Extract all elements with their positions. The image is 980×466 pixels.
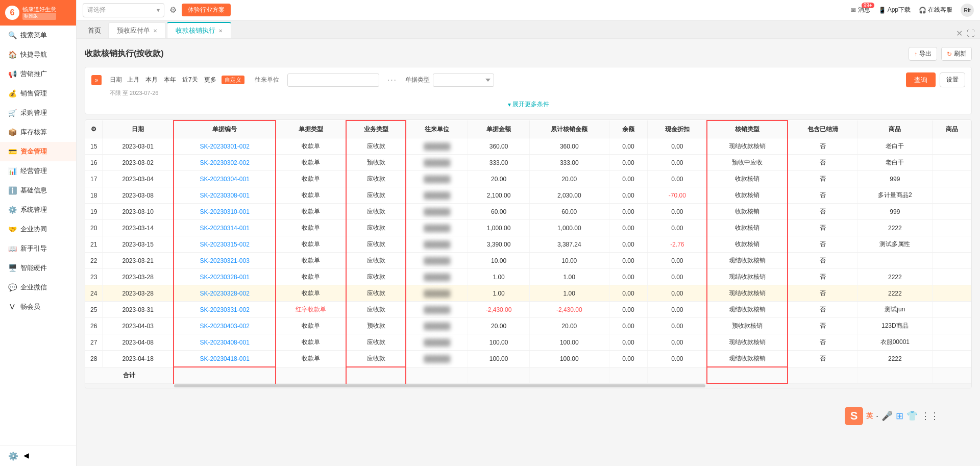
row-verified: -2,430.00 — [529, 302, 609, 318]
col-settings[interactable]: ⚙ — [85, 120, 103, 138]
row-type: 收款单 — [276, 204, 346, 220]
maximize-tab-button[interactable]: ⛶ — [967, 29, 975, 38]
table-scroll-area[interactable]: ⚙ 日期 单据编号 单据类型 业务类型 往来单位 单据金额 累计核销金额 余额 … — [85, 120, 971, 384]
sidebar-item-operations[interactable]: 📊 经营管理 — [0, 161, 76, 181]
solution-button[interactable]: 体验行业方案 — [182, 4, 231, 16]
topbar-select[interactable]: 请选择 ▾ — [83, 3, 164, 17]
sidebar-nav: 🔍 搜索菜单 🏠 快捷导航 📢 营销推广 💰 销售管理 🛒 采购管理 📦 库存核… — [0, 26, 76, 446]
app-download-link[interactable]: 📱 App下载 — [878, 6, 911, 14]
filter-expand-icon[interactable]: » — [91, 75, 102, 85]
hardware-icon: 🖥️ — [8, 264, 16, 272]
horizontal-scrollbar[interactable] — [85, 384, 971, 388]
filter-row: » 日期 上月 本月 本年 近7天 更多 自定义 往来单位 — [91, 72, 965, 87]
table-row: 282023-04-18SK-20230418-001收款单应收款██████1… — [85, 351, 971, 367]
row-type: 收款单 — [276, 138, 346, 155]
date-more[interactable]: 更多 — [202, 75, 218, 85]
service-link[interactable]: 🎧 在线客服 — [919, 6, 952, 14]
dropdown-icon: ▾ — [157, 7, 160, 14]
row-code[interactable]: SK-20230408-001 — [174, 334, 276, 351]
tab-receipt-verify-close[interactable]: ✕ — [218, 28, 223, 34]
tab-pre-receipt[interactable]: 预收应付单 ✕ — [108, 22, 166, 38]
expand-more: ▾ 展开更多条件 — [91, 100, 965, 109]
sidebar-item-enterprise[interactable]: 🤝 企业协同 — [0, 219, 76, 239]
row-discount: 0.00 — [648, 220, 707, 236]
export-button[interactable]: ↑ 导出 — [909, 47, 937, 61]
row-amount: 100.00 — [468, 334, 529, 351]
collapse-icon[interactable]: ◀ — [23, 451, 29, 461]
settings-icon[interactable]: ⚙️ — [8, 451, 18, 461]
row-verified: 20.00 — [529, 318, 609, 334]
table-row: 172023-03-04SK-20230304-001收款单应收款██████2… — [85, 171, 971, 187]
date-7days[interactable]: 近7天 — [180, 75, 200, 85]
row-biz-type: 应收款 — [346, 204, 406, 220]
tab-home[interactable]: 首页 — [82, 23, 107, 38]
row-code[interactable]: SK-20230308-001 — [174, 187, 276, 204]
sidebar-item-guide[interactable]: 📖 新手引导 — [0, 239, 76, 258]
row-balance: 0.00 — [609, 138, 647, 155]
table-row: 152023-03-01SK-20230301-002收款单应收款██████3… — [85, 138, 971, 155]
row-verify-type: 收款核销 — [707, 187, 788, 204]
date-custom-button[interactable]: 自定义 — [222, 76, 244, 84]
row-code[interactable]: SK-20230403-002 — [174, 318, 276, 334]
row-code[interactable]: SK-20230331-002 — [174, 302, 276, 318]
row-code[interactable]: SK-20230328-001 — [174, 269, 276, 285]
gear-icon[interactable]: ⚙ — [169, 5, 177, 15]
tab-pre-receipt-close[interactable]: ✕ — [153, 28, 157, 34]
row-amount: -2,430.00 — [468, 302, 529, 318]
row-biz-type: 应收款 — [346, 220, 406, 236]
sidebar-item-member[interactable]: V 畅会员 — [0, 297, 76, 316]
tab-receipt-verify[interactable]: 收款核销执行 ✕ — [167, 22, 231, 38]
row-code[interactable]: SK-20230301-002 — [174, 138, 276, 155]
query-button[interactable]: 查询 — [906, 72, 936, 87]
sidebar-item-purchase[interactable]: 🛒 采购管理 — [0, 103, 76, 122]
row-code[interactable]: SK-20230314-001 — [174, 220, 276, 236]
user-avatar[interactable]: Rit — [961, 4, 974, 17]
row-settled: 否 — [788, 155, 857, 171]
row-code[interactable]: SK-20230304-001 — [174, 171, 276, 187]
row-code[interactable]: SK-20230328-002 — [174, 285, 276, 302]
row-balance: 0.00 — [609, 351, 647, 367]
sidebar-item-hardware[interactable]: 🖥️ 智能硬件 — [0, 258, 76, 278]
col-verify-type: 核销类型 — [707, 120, 788, 138]
partner-input[interactable] — [287, 73, 379, 87]
voucher-type-select[interactable] — [433, 73, 494, 87]
row-code[interactable]: SK-20230321-003 — [174, 253, 276, 269]
row-goods2 — [933, 171, 971, 187]
sidebar-item-sales[interactable]: 💰 销售管理 — [0, 84, 76, 103]
sidebar-item-search[interactable]: 🔍 搜索菜单 — [0, 26, 76, 45]
row-code[interactable]: SK-20230315-002 — [174, 236, 276, 253]
scrollbar-thumb[interactable] — [174, 384, 706, 387]
date-this-year[interactable]: 本年 — [162, 75, 178, 85]
row-code[interactable]: SK-20230302-002 — [174, 155, 276, 171]
sidebar-item-quick[interactable]: 🏠 快捷导航 — [0, 45, 76, 64]
page-title: 收款核销执行(按收款) — [85, 48, 164, 59]
sidebar-item-basic[interactable]: ℹ️ 基础信息 — [0, 181, 76, 200]
close-tab-button[interactable]: ✕ — [956, 29, 963, 38]
refresh-button[interactable]: ↻ 刷新 — [941, 47, 972, 61]
sidebar-item-marketing[interactable]: 📢 营销推广 — [0, 64, 76, 84]
row-biz-type: 应收款 — [346, 171, 406, 187]
row-date: 2023-03-04 — [103, 171, 174, 187]
row-biz-type: 应收款 — [346, 187, 406, 204]
row-verify-type: 预收中应收 — [707, 155, 788, 171]
sidebar-item-inventory[interactable]: 📦 库存核算 — [0, 122, 76, 142]
row-amount: 360.00 — [468, 138, 529, 155]
message-button[interactable]: ✉ 消息 99+ — [851, 6, 870, 14]
sidebar-logo: 6 畅康道好生意 标推版 — [0, 0, 76, 26]
row-goods1: 衣服00001 — [857, 334, 933, 351]
sidebar-item-system[interactable]: ⚙️ 系统管理 — [0, 200, 76, 219]
row-code[interactable]: SK-20230310-001 — [174, 204, 276, 220]
expand-more-button[interactable]: ▾ 展开更多条件 — [508, 100, 549, 109]
row-balance: 0.00 — [609, 302, 647, 318]
col-partner: 往来单位 — [406, 120, 468, 138]
row-code[interactable]: SK-20230418-001 — [174, 351, 276, 367]
sidebar-item-wechat[interactable]: 💬 企业微信 — [0, 278, 76, 297]
row-discount: 0.00 — [648, 302, 707, 318]
search-icon: 🔍 — [8, 31, 16, 39]
date-last-month[interactable]: 上月 — [125, 75, 141, 85]
row-verified: 10.00 — [529, 253, 609, 269]
date-this-month[interactable]: 本月 — [143, 75, 160, 85]
setting-button[interactable]: 设置 — [940, 72, 965, 87]
sidebar-item-finance[interactable]: 💳 资金管理 — [0, 142, 76, 161]
main-content: 请选择 ▾ ⚙ 体验行业方案 ✉ 消息 99+ 📱 App下载 🎧 在线客服 R… — [77, 0, 980, 466]
